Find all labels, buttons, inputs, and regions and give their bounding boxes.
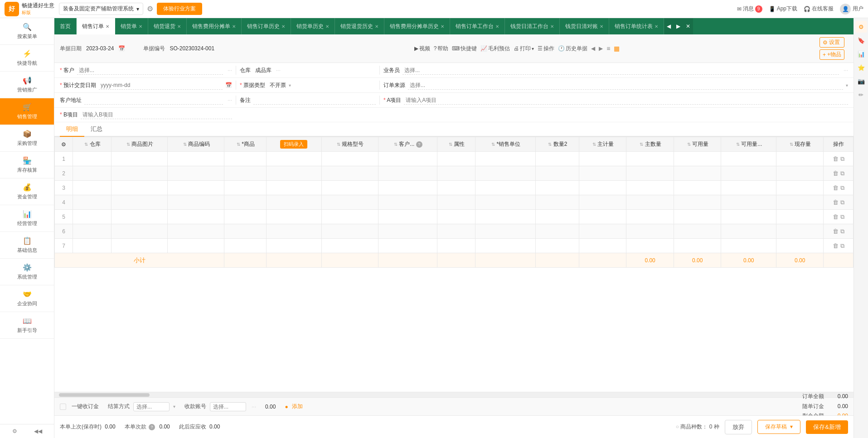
cell-spec[interactable] [321, 166, 378, 181]
scroll-area[interactable] [54, 392, 853, 397]
col-product-code[interactable]: ⇅ 商品编码 [168, 137, 224, 152]
cell-stock[interactable] [776, 166, 824, 181]
add-payment-btn[interactable]: 添加 [292, 403, 303, 410]
col-settings[interactable]: ⚙ [55, 137, 73, 152]
tab-close-sales-return[interactable]: ✕ [139, 24, 142, 29]
calendar-icon[interactable]: 📅 [118, 45, 125, 52]
cell-custref[interactable] [378, 152, 437, 166]
draft-dropdown-icon[interactable]: ▾ [790, 424, 793, 430]
row-copy-icon[interactable]: ⧉ [840, 213, 844, 221]
cell-mainunit[interactable] [579, 195, 626, 210]
cell-salesunit[interactable] [475, 195, 536, 210]
cell-salesunit[interactable] [475, 181, 536, 195]
scroll-thumb[interactable] [59, 393, 150, 397]
tab-close-sales-order[interactable]: ✕ [106, 24, 109, 29]
cell-product[interactable] [224, 224, 266, 239]
right-star-icon[interactable]: ⭐ [855, 62, 867, 73]
list-layout-btn[interactable]: ≡ [606, 45, 610, 52]
tab-close-cash-daily-workbench[interactable]: ✕ [550, 24, 554, 29]
receipt-no-input[interactable] [210, 402, 246, 411]
cell-avail2[interactable] [721, 152, 776, 166]
order-source-input[interactable] [408, 81, 843, 90]
industry-btn[interactable]: 体验行业方案 [157, 3, 202, 15]
cell-avail[interactable] [674, 224, 721, 239]
row-delete-icon[interactable]: 🗑 [833, 199, 839, 206]
tab-sales-return[interactable]: 销货单 ✕ [115, 18, 148, 34]
row-copy-icon[interactable]: ⧉ [840, 199, 844, 206]
customer-more-icon[interactable]: ··· [228, 67, 232, 73]
cell-scan[interactable] [266, 195, 321, 210]
col-product[interactable]: ⇅ *商品 [224, 137, 266, 152]
tab-expense-split[interactable]: 销售费用分摊单 ✕ [187, 18, 242, 34]
save-new-btn[interactable]: 保存&新增 [806, 420, 848, 434]
settings-gear-icon[interactable]: ⚙ [147, 5, 153, 13]
cell-product[interactable] [224, 152, 266, 166]
col-available2[interactable]: ⇅ 可用量... [721, 137, 776, 152]
row-delete-icon[interactable]: 🗑 [833, 184, 839, 191]
right-edit-icon[interactable]: ✏ [855, 89, 867, 101]
right-chart-icon[interactable]: 📊 [855, 48, 867, 60]
delivery-date-input[interactable] [99, 81, 223, 90]
system-title-dropdown[interactable]: 装备及固定资产辅助管理系统 ▾ [59, 3, 143, 15]
tab-scroll-left[interactable]: ◀ [664, 18, 674, 34]
cell-product[interactable] [224, 239, 266, 253]
cell-code[interactable] [168, 224, 224, 239]
cell-scan[interactable] [266, 166, 321, 181]
col-sales-unit[interactable]: ⇅ *销售单位 [475, 137, 536, 152]
col-attr[interactable]: ⇅ 属性 [437, 137, 475, 152]
sidebar-collapse-icon[interactable]: ◀◀ [34, 428, 42, 434]
cell-scan[interactable] [266, 239, 321, 253]
add-goods-btn[interactable]: + +物品 [820, 49, 844, 60]
one-click-checkbox[interactable] [60, 404, 66, 410]
cell-spec[interactable] [321, 195, 378, 210]
cell-spec[interactable] [321, 210, 378, 224]
cell-stock[interactable] [776, 239, 824, 253]
row-delete-icon[interactable]: 🗑 [833, 228, 839, 235]
tab-order-workbench[interactable]: 销售订单工作台 ✕ [450, 18, 505, 34]
col-main-unit[interactable]: ⇅ 主计量 [579, 137, 626, 152]
cell-warehouse[interactable] [73, 239, 111, 253]
col-customer-ref[interactable]: ⇅ 客户... ? [378, 137, 437, 152]
tab-close-expense-split-history[interactable]: ✕ [441, 24, 444, 29]
cell-salesunit[interactable] [475, 166, 536, 181]
tab-more[interactable]: ✕ [683, 18, 693, 34]
tab-close-expense-split[interactable]: ✕ [232, 24, 236, 29]
cell-image[interactable] [111, 152, 168, 166]
row-delete-icon[interactable]: 🗑 [833, 170, 839, 177]
cell-qty2[interactable] [536, 181, 579, 195]
cell-product[interactable] [224, 210, 266, 224]
col-scan[interactable]: 扫码录入 [266, 137, 321, 152]
col-product-image[interactable]: ⇅ 商品图片 [111, 137, 168, 152]
cell-mainqty[interactable] [626, 224, 674, 239]
address-more-icon[interactable]: ··· [228, 97, 232, 103]
right-settings-icon[interactable]: ⚙ [855, 21, 867, 33]
cell-product[interactable] [224, 181, 266, 195]
this-order-info-icon[interactable]: ? [149, 424, 155, 430]
cell-warehouse[interactable] [73, 195, 111, 210]
row-copy-icon[interactable]: ⧉ [840, 184, 844, 192]
sidebar-item-operations[interactable]: 📊 经营管理 [0, 205, 54, 232]
cell-code[interactable] [168, 152, 224, 166]
cell-custref[interactable] [378, 166, 437, 181]
cell-mainunit[interactable] [579, 181, 626, 195]
cell-product[interactable] [224, 166, 266, 181]
profit-preview-btn[interactable]: 📈 毛利预估 [480, 45, 510, 53]
col-warehouse[interactable]: ⇅ 仓库 [73, 137, 111, 152]
sidebar-item-system[interactable]: ⚙️ 系统管理 [0, 259, 54, 285]
row-delete-icon[interactable]: 🗑 [833, 213, 839, 220]
cell-mainunit[interactable] [579, 152, 626, 166]
cell-stock[interactable] [776, 224, 824, 239]
cell-spec[interactable] [321, 181, 378, 195]
a-project-input[interactable] [404, 96, 848, 105]
customer-ref-info-icon[interactable]: ? [416, 141, 422, 148]
cell-scan[interactable] [266, 152, 321, 166]
tab-close-order-stats[interactable]: ✕ [655, 24, 658, 29]
tab-cash-reconcile[interactable]: 钱货日清对账 ✕ [560, 18, 609, 34]
cell-attr[interactable] [437, 239, 475, 253]
sidebar-item-search[interactable]: 🔍 搜索菜单 [0, 18, 54, 45]
cell-custref[interactable] [378, 224, 437, 239]
customer-input[interactable] [77, 66, 223, 75]
cell-salesunit[interactable] [475, 239, 536, 253]
cell-avail2[interactable] [721, 210, 776, 224]
right-scan-icon[interactable]: 📷 [855, 75, 867, 87]
